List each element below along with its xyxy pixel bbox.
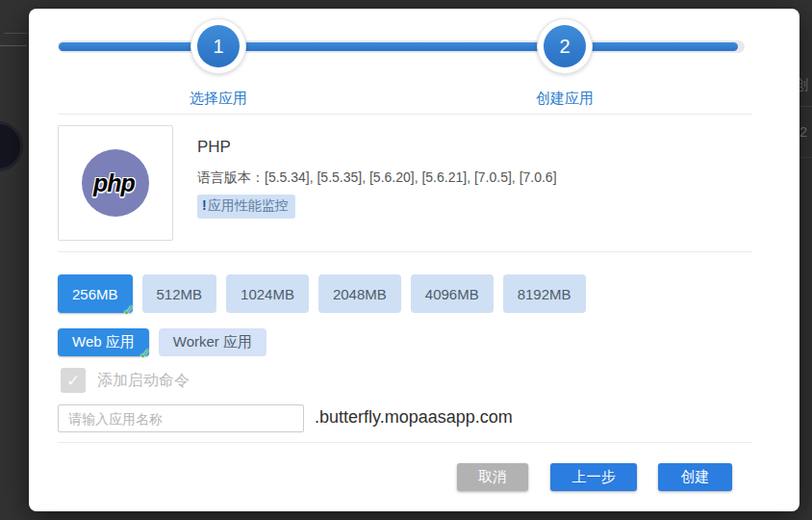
memory-option-label: 8192MB <box>518 286 571 302</box>
create-button[interactable]: 创建 <box>658 463 732 491</box>
selected-check-icon: ✓ <box>139 345 151 363</box>
apm-badge-prefix-icon: ! <box>202 197 207 213</box>
checkbox-check-icon: ✓ <box>66 371 80 391</box>
domain-suffix-text: .butterfly.mopaasapp.com <box>315 407 513 428</box>
memory-option-label: 1024MB <box>241 286 294 302</box>
create-app-dialog: 1 2 选择应用 创建应用 php PHP 语言版本：[5.5.34], [5.… <box>29 9 799 511</box>
app-type-option-worker[interactable]: Worker 应用 <box>159 328 266 356</box>
app-type-option-label: Web 应用 <box>72 333 135 350</box>
memory-option-4096mb[interactable]: 4096MB <box>411 274 494 313</box>
apm-badge-label: 应用性能监控 <box>208 197 289 213</box>
dimmed-page-divider <box>799 157 812 158</box>
dimmed-page-divider <box>0 45 27 46</box>
section-divider <box>58 114 752 115</box>
memory-option-label: 4096MB <box>425 286 479 302</box>
stepper-progress-track <box>58 40 745 53</box>
memory-option-2048mb[interactable]: 2048MB <box>318 274 401 313</box>
php-logo-text: php <box>93 169 138 197</box>
memory-option-1024mb[interactable]: 1024MB <box>226 274 309 313</box>
step-1-circle[interactable]: 1 <box>190 18 246 74</box>
app-type-option-label: Worker 应用 <box>173 333 252 350</box>
step-2-number: 2 <box>544 25 586 67</box>
step-1-number: 1 <box>197 25 240 67</box>
footer-divider <box>58 442 752 443</box>
app-type-options-row: Web 应用 ✓ Worker 应用 <box>58 328 266 356</box>
step-1-label: 选择应用 <box>161 90 276 108</box>
memory-option-512mb[interactable]: 512MB <box>142 274 217 313</box>
dimmed-number-fragment: 2 <box>799 124 807 140</box>
startup-command-checkbox[interactable]: ✓ <box>61 368 86 393</box>
app-name-title: PHP <box>197 138 231 157</box>
dimmed-page-fragment <box>0 33 28 42</box>
step-2-circle[interactable]: 2 <box>537 18 593 74</box>
memory-option-label: 2048MB <box>333 286 387 302</box>
startup-command-label: 添加启动命令 <box>97 371 190 391</box>
memory-option-label: 512MB <box>157 286 203 302</box>
apm-badge: !应用性能监控 <box>197 195 295 219</box>
memory-option-8192mb[interactable]: 8192MB <box>503 274 586 313</box>
versions-list: [5.5.34], [5.5.35], [5.6.20], [5.6.21], … <box>265 169 557 185</box>
app-versions-line: 语言版本：[5.5.34], [5.5.35], [5.6.20], [5.6.… <box>197 169 557 187</box>
section-divider <box>58 251 752 252</box>
memory-option-256mb[interactable]: 256MB ✓ <box>58 274 133 313</box>
app-name-input[interactable] <box>58 404 304 432</box>
app-type-option-web[interactable]: Web 应用 ✓ <box>58 328 149 356</box>
memory-option-label: 256MB <box>72 286 118 302</box>
dimmed-page-divider <box>799 106 812 107</box>
versions-label: 语言版本： <box>197 169 265 185</box>
stepper-progress-fill <box>59 42 738 51</box>
php-logo-icon: php <box>82 149 149 217</box>
selected-app-card: php <box>58 125 173 241</box>
startup-command-row: ✓ 添加启动命令 <box>61 368 190 393</box>
step-2-label: 创建应用 <box>507 90 622 108</box>
cancel-button[interactable]: 取消 <box>457 463 528 491</box>
previous-step-button[interactable]: 上一步 <box>550 463 637 491</box>
selected-check-icon: ✓ <box>122 301 135 320</box>
memory-options-row: 256MB ✓ 512MB 1024MB 2048MB 4096MB 8192M… <box>58 274 586 313</box>
dimmed-avatar-fragment <box>0 121 23 171</box>
